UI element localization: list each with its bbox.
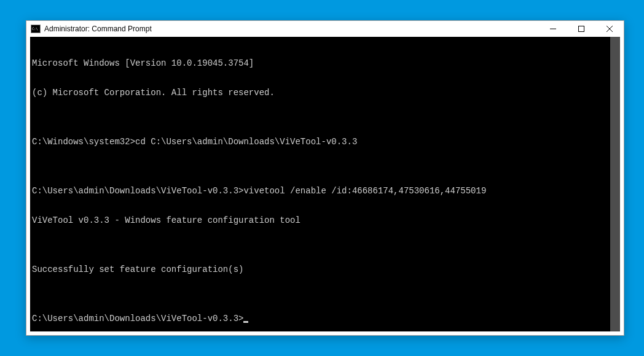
minimize-button[interactable]: [539, 21, 567, 37]
vertical-scrollbar[interactable]: [610, 37, 620, 331]
maximize-button[interactable]: [567, 21, 595, 37]
maximize-icon: [578, 26, 584, 32]
console-prompt: C:\Users\admin\Downloads\ViVeTool-v0.3.3…: [32, 314, 243, 323]
console-line: Successfully set feature configuration(s…: [32, 265, 610, 274]
svg-rect-1: [579, 26, 584, 32]
minimize-icon: [550, 26, 556, 32]
close-icon: [607, 26, 613, 32]
cursor: [243, 321, 248, 323]
console-line: ViVeTool v0.3.3 - Windows feature config…: [32, 215, 610, 225]
command-prompt-window: C:\ Administrator: Command Prompt Micros…: [26, 20, 624, 336]
console-line: Microsoft Windows [Version 10.0.19045.37…: [32, 58, 610, 68]
scroll-thumb[interactable]: [610, 37, 620, 331]
close-button[interactable]: [595, 21, 624, 37]
console-area[interactable]: Microsoft Windows [Version 10.0.19045.37…: [30, 37, 620, 331]
titlebar[interactable]: C:\ Administrator: Command Prompt: [26, 21, 624, 37]
cmd-icon-text: C:\: [32, 27, 37, 31]
console-output: Microsoft Windows [Version 10.0.19045.37…: [30, 37, 610, 331]
window-title: Administrator: Command Prompt: [44, 25, 152, 33]
cmd-icon: C:\: [31, 25, 41, 33]
console-line: C:\Users\admin\Downloads\ViVeTool-v0.3.3…: [32, 186, 610, 196]
console-line: (c) Microsoft Corporation. All rights re…: [32, 88, 610, 98]
window-controls: [539, 21, 624, 37]
console-line: C:\Windows\system32>cd C:\Users\admin\Do…: [32, 137, 610, 147]
console-prompt-line: C:\Users\admin\Downloads\ViVeTool-v0.3.3…: [32, 314, 610, 323]
